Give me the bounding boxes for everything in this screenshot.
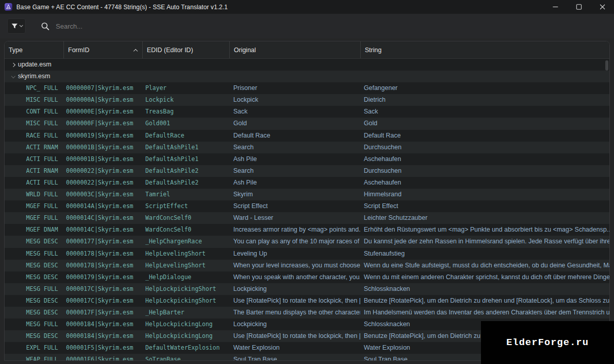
column-header-string[interactable]: String: [360, 41, 609, 58]
table-row[interactable]: MISC FULL0000000F|Skyrim.esmGold001GoldG…: [5, 118, 609, 129]
table-row[interactable]: MGEF FULL0000014C|Skyrim.esmWardConcSelf…: [5, 212, 609, 224]
column-header-original[interactable]: Original: [229, 41, 360, 58]
minimize-button[interactable]: [543, 0, 567, 14]
table-row[interactable]: MESG DESC00000179|Skyrim.esm_HelpDialogu…: [5, 271, 609, 283]
cell-edid: Tamriel: [142, 189, 229, 200]
cell-formid: 00000007|Skyrim.esm: [63, 82, 142, 94]
table-row[interactable]: MESG DESC0000017C|Skyrim.esmHelpLockpick…: [5, 295, 609, 307]
cell-type: EXPL FULL: [5, 342, 63, 354]
cell-formid: 00000177|Skyrim.esm: [63, 236, 142, 247]
cell-type: MISC FULL: [5, 94, 63, 106]
cell-formid: 0000017F|Skyrim.esm: [63, 307, 142, 318]
app-logo-icon: [5, 3, 12, 11]
cell-formid: 0000017C|Skyrim.esm: [63, 283, 142, 295]
cell-edid: Gold001: [142, 118, 229, 129]
table-row[interactable]: MESG FULL00000178|Skyrim.esmHelpLeveling…: [5, 248, 609, 260]
table-row[interactable]: MGEF DNAM0000014C|Skyrim.esmWardConcSelf…: [5, 224, 609, 236]
cell-type: RACE FULL: [5, 130, 63, 142]
cell-original: Ash Pile: [229, 153, 360, 165]
cell-edid: DefaultWaterExplosion: [142, 342, 229, 354]
cell-formid: 0000003C|Skyrim.esm: [63, 189, 142, 200]
table-row[interactable]: MGEF FULL0000014A|Skyrim.esmScriptEffect…: [5, 200, 609, 212]
cell-edid: Lockpick: [142, 94, 229, 106]
window-title: Base Game + AE CC Content - 47748 String…: [16, 4, 228, 11]
cell-string: Stufenaufstieg: [360, 248, 609, 260]
cell-type: MESG DESC: [5, 271, 63, 283]
cell-edid: HelpLockpickingShort: [142, 283, 229, 295]
close-icon: [600, 4, 605, 10]
column-header-edid-editor-id[interactable]: EDID (Editor ID): [142, 41, 229, 58]
table-row[interactable]: NPC_ FULL00000007|Skyrim.esmPlayerPrison…: [5, 82, 609, 94]
cell-formid: 0000001B|Skyrim.esm: [63, 142, 142, 153]
watermark-overlay: ElderForge.ru: [481, 321, 614, 364]
cell-type: MESG DESC: [5, 295, 63, 307]
vertical-scrollbar[interactable]: [605, 59, 609, 361]
table-row[interactable]: CONT FULL0000000E|Skyrim.esmTreasBagSack…: [5, 106, 609, 118]
sort-ascending-icon: [134, 49, 138, 53]
tree-row-skyrim-esm[interactable]: skyrim.esm: [5, 71, 609, 82]
cell-formid: 000001F6|Skyrim.esm: [63, 354, 142, 361]
cell-original: Prisoner: [229, 82, 360, 94]
cell-formid: 00000178|Skyrim.esm: [63, 248, 142, 260]
cell-edid: DefaultAshPile2: [142, 165, 229, 177]
table-row[interactable]: WRLD FULL0000003C|Skyrim.esmTamrielSkyri…: [5, 189, 609, 200]
cell-type: ACTI FULL: [5, 153, 63, 165]
cell-original: Use [RotatePick] to rotate the lockpick,…: [229, 330, 360, 342]
cell-string: Erhöht den Rüstungswert um <mag> Punkte …: [360, 224, 609, 236]
titlebar: Base Game + AE CC Content - 47748 String…: [0, 0, 614, 14]
table-row[interactable]: RACE FULL00000019|Skyrim.esmDefaultRaceD…: [5, 130, 609, 142]
cell-formid: 00000022|Skyrim.esm: [63, 165, 142, 177]
cell-string: Wenn du eine Stufe aufsteigst, musst du …: [360, 260, 609, 271]
cell-formid: 00000022|Skyrim.esm: [63, 177, 142, 189]
table-row[interactable]: MISC FULL0000000A|Skyrim.esmLockpickLock…: [5, 94, 609, 106]
column-label: EDID (Editor ID): [147, 47, 193, 54]
column-header-type[interactable]: Type: [5, 41, 63, 58]
column-label: FormID: [68, 47, 90, 54]
cell-formid: 00000184|Skyrim.esm: [63, 330, 142, 342]
cell-edid: DefaultAshPile1: [142, 142, 229, 153]
cell-original: Leveling Up: [229, 248, 360, 260]
cell-original: Use [RotatePick] to rotate the lockpick,…: [229, 295, 360, 307]
close-button[interactable]: [590, 0, 614, 14]
cell-type: MESG FULL: [5, 283, 63, 295]
cell-formid: 00000178|Skyrim.esm: [63, 260, 142, 271]
cell-original: Lockpicking: [229, 318, 360, 330]
cell-original: The Barter menu displays the other chara…: [229, 307, 360, 318]
cell-edid: HelpLevelingShort: [142, 260, 229, 271]
watermark-text: ElderForge.ru: [506, 337, 588, 348]
scrollbar-thumb[interactable]: [605, 60, 608, 71]
maximize-button[interactable]: [567, 0, 590, 14]
cell-original: Script Effect: [229, 200, 360, 212]
column-header-formid[interactable]: FormID: [63, 41, 142, 58]
cell-original: Lockpick: [229, 94, 360, 106]
cell-string: Sack: [360, 106, 609, 118]
cell-original: Gold: [229, 118, 360, 129]
filter-button[interactable]: [7, 18, 26, 34]
cell-formid: 0000014C|Skyrim.esm: [63, 212, 142, 224]
table-body: update.esmskyrim.esmNPC_ FULL00000007|Sk…: [5, 59, 609, 361]
tree-row-update-esm[interactable]: update.esm: [5, 59, 609, 71]
cell-edid: _HelpChargenRace: [142, 236, 229, 247]
cell-edid: HelpLevelingShort: [142, 248, 229, 260]
cell-original: Search: [229, 165, 360, 177]
search-input[interactable]: [56, 22, 516, 30]
cell-formid: 0000001B|Skyrim.esm: [63, 153, 142, 165]
table-row[interactable]: ACTI FULL0000001B|Skyrim.esmDefaultAshPi…: [5, 153, 609, 165]
table-row[interactable]: MESG DESC00000178|Skyrim.esmHelpLeveling…: [5, 260, 609, 271]
table-row[interactable]: MESG DESC00000177|Skyrim.esm_HelpChargen…: [5, 236, 609, 247]
cell-string: Aschehaufen: [360, 153, 609, 165]
cell-string: Du kannst jede der zehn Rassen in Himmel…: [360, 236, 609, 247]
column-label: Original: [234, 47, 256, 54]
table-row[interactable]: ACTI FULL00000022|Skyrim.esmDefaultAshPi…: [5, 177, 609, 189]
cell-formid: 00000019|Skyrim.esm: [63, 130, 142, 142]
table-row[interactable]: ACTI RNAM0000001B|Skyrim.esmDefaultAshPi…: [5, 142, 609, 153]
table-row[interactable]: MESG FULL0000017C|Skyrim.esmHelpLockpick…: [5, 283, 609, 295]
cell-original: Lockpicking: [229, 283, 360, 295]
table-row[interactable]: MESG DESC0000017F|Skyrim.esm_HelpBarterT…: [5, 307, 609, 318]
cell-string: Wenn du mit einem anderen Charakter spri…: [360, 271, 609, 283]
cell-type: MESG DESC: [5, 307, 63, 318]
toolbar: [0, 14, 614, 38]
cell-type: CONT FULL: [5, 106, 63, 118]
cell-type: ACTI FULL: [5, 177, 63, 189]
table-row[interactable]: ACTI RNAM00000022|Skyrim.esmDefaultAshPi…: [5, 165, 609, 177]
